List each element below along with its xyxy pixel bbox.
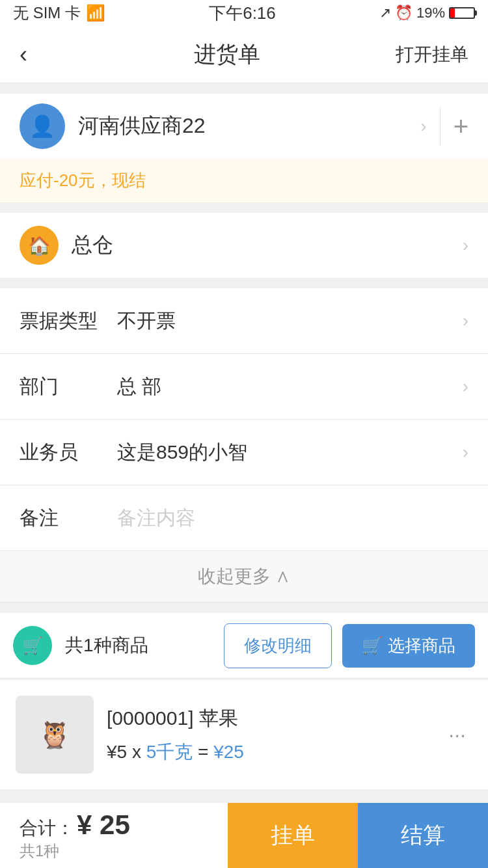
settle-button[interactable]: 结算 (358, 803, 488, 868)
product-count: 共1种商品 (65, 633, 224, 658)
department-value: 总 部 (111, 373, 463, 400)
sales-rep-chevron-icon: › (463, 442, 468, 463)
status-time: 下午6:16 (209, 2, 276, 25)
sales-rep-value: 这是859的小智 (111, 439, 463, 466)
status-left: 无 SIM 卡 📶 (13, 3, 105, 23)
department-row[interactable]: 部门 总 部 › (0, 354, 488, 419)
invoice-chevron-icon: › (463, 310, 468, 331)
more-button[interactable]: ··· (442, 716, 472, 753)
pending-button[interactable]: 挂单 (228, 803, 358, 868)
invoice-type-row[interactable]: 票据类型 不开票 › (0, 288, 488, 353)
total-amount: ¥ 25 (77, 809, 130, 841)
footer-total-section: 合计： ¥ 25 共1种 (0, 809, 228, 861)
open-pending-button[interactable]: 打开挂单 (396, 42, 468, 67)
avatar-icon: 👤 (29, 114, 55, 139)
collapse-label: 收起更多 ∧ (198, 564, 291, 589)
quantity: 5千克 (146, 742, 193, 762)
select-product-button[interactable]: 🛒 选择商品 (342, 624, 475, 668)
collapse-button[interactable]: 收起更多 ∧ (0, 550, 488, 603)
notice-bar: 应付-20元，现结 (0, 159, 488, 202)
divider-1 (0, 83, 488, 94)
product-item: 🦉 [0000001] 苹果 ¥5 x 5千克 = ¥25 ··· (0, 680, 488, 789)
product-section-icon: 🛒 (13, 626, 52, 665)
page-title: 进货单 (194, 40, 260, 70)
divider-3 (0, 278, 488, 288)
total-sub: 共1种 (20, 841, 208, 861)
warehouse-row[interactable]: 🏠 总仓 › (0, 213, 488, 278)
notice-text: 应付-20元，现结 (20, 170, 146, 190)
location-icon: ↗ (379, 5, 391, 21)
supplier-name: 河南供应商22 (78, 112, 420, 141)
footer: 合计： ¥ 25 共1种 挂单 结算 (0, 803, 488, 868)
supplier-avatar: 👤 (20, 103, 65, 149)
remark-value: 备注内容 (111, 505, 468, 532)
add-supplier-button[interactable]: + (454, 112, 468, 141)
invoice-type-label: 票据类型 (20, 308, 111, 334)
divider-2 (0, 202, 488, 213)
product-thumbnail: 🦉 (16, 696, 94, 774)
status-bar: 无 SIM 卡 📶 下午6:16 ↗ ⏰ 19% (0, 0, 488, 26)
product-divider (0, 678, 488, 679)
supplier-row[interactable]: 👤 河南供应商22 › + (0, 94, 488, 159)
department-label: 部门 (20, 373, 111, 400)
product-name: [0000001] 苹果 (107, 705, 442, 732)
edit-detail-button[interactable]: 修改明细 (224, 623, 332, 668)
invoice-type-value: 不开票 (111, 308, 463, 334)
select-product-icon: 🛒 (362, 636, 383, 656)
product-thumb-icon: 🦉 (38, 720, 71, 750)
equals-sign: = (198, 742, 213, 762)
wifi-icon: 📶 (86, 4, 105, 22)
alarm-icon: ⏰ (395, 5, 413, 21)
warehouse-chevron-icon: › (463, 235, 468, 256)
unit-price: ¥5 (107, 742, 127, 762)
total-price: ¥25 (213, 742, 244, 762)
product-info: [0000001] 苹果 ¥5 x 5千克 = ¥25 (107, 705, 442, 765)
supplier-section: 👤 河南供应商22 › + 应付-20元，现结 (0, 94, 488, 202)
sales-rep-row[interactable]: 业务员 这是859的小智 › (0, 420, 488, 485)
warehouse-section: 🏠 总仓 › (0, 213, 488, 278)
carrier-text: 无 SIM 卡 (13, 3, 81, 23)
nav-bar: ‹ 进货单 打开挂单 (0, 26, 488, 83)
back-button[interactable]: ‹ (20, 41, 59, 68)
price-separator: x (132, 742, 146, 762)
total-label: 合计： (20, 816, 74, 841)
warehouse-name: 总仓 (72, 231, 463, 260)
select-product-label: 选择商品 (388, 634, 455, 657)
form-section: 票据类型 不开票 › 部门 总 部 › 业务员 这是859的小智 › 备注 备注… (0, 288, 488, 550)
supplier-chevron-icon: › (420, 116, 426, 137)
status-right: ↗ ⏰ 19% (379, 5, 475, 21)
supplier-divider (440, 107, 441, 146)
remark-row[interactable]: 备注 备注内容 (0, 485, 488, 550)
product-price: ¥5 x 5千克 = ¥25 (107, 740, 442, 765)
product-header: 🛒 共1种商品 修改明细 🛒 选择商品 (0, 613, 488, 678)
remark-label: 备注 (20, 505, 111, 532)
warehouse-icon: 🏠 (20, 226, 59, 265)
department-chevron-icon: › (463, 376, 468, 397)
battery-text: 19% (416, 5, 445, 21)
battery-icon (449, 7, 475, 19)
sales-rep-label: 业务员 (20, 439, 111, 466)
